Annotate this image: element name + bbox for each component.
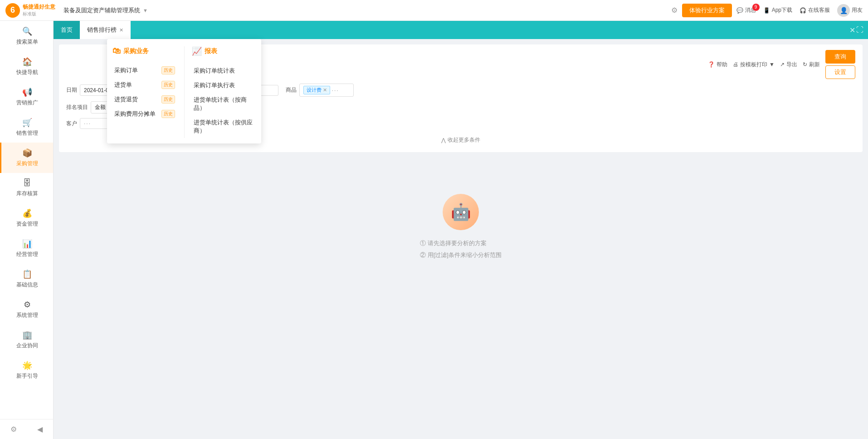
marketing-icon: 📢: [22, 87, 32, 97]
user-label: 用友: [852, 6, 863, 14]
sidebar-item-procurement[interactable]: 📦 采购管理: [0, 143, 53, 173]
tab-bar: 首页 销售排行榜 ✕ ✕ ⛶: [54, 21, 868, 39]
content-area: 首页 销售排行榜 ✕ ✕ ⛶ ❓ 帮助: [54, 21, 868, 439]
goods-more-icon[interactable]: ···: [332, 87, 339, 94]
sidebar-item-quick[interactable]: 🏠 快捷导航: [0, 51, 53, 82]
help-label: 帮助: [717, 61, 727, 69]
online-service-item[interactable]: 🎧 在线客服: [800, 6, 830, 14]
purchase-expense-history-tag: 历史: [161, 110, 175, 118]
purchase-order-label: 采购订单: [114, 66, 161, 74]
menu-item-purchase-order-stat[interactable]: 采购订单统计表: [192, 64, 256, 78]
hint2-text: 用[过滤]条件来缩小分析范围: [428, 252, 502, 258]
goods-tag: 设计费 ✕: [303, 86, 330, 94]
bottom-settings-icon[interactable]: ⚙: [10, 425, 17, 434]
sidebar-item-marketing[interactable]: 📢 营销推广: [0, 82, 53, 112]
sidebar-label-enterprise: 企业协同: [16, 342, 38, 350]
empty-hint2: ② 用[过滤]条件来缩小分析范围: [420, 249, 502, 261]
empty-hint1: ① 请先选择要分析的方案: [420, 237, 502, 249]
basic-icon: 📋: [22, 269, 32, 279]
headset-icon: 🎧: [800, 7, 806, 14]
goods-value[interactable]: 设计费 ✕ ···: [299, 84, 354, 97]
sidebar-item-basic[interactable]: 📋 基础信息: [0, 264, 53, 294]
sidebar-item-operations[interactable]: 📊 经营管理: [0, 233, 53, 264]
purchase-col-title: 🛍 采购业务: [112, 46, 177, 59]
capital-icon: 💰: [22, 208, 32, 218]
rank-label: 排名项目: [66, 104, 88, 111]
purchase-order-stat-label: 采购订单统计表: [194, 67, 254, 75]
sidebar-item-inventory[interactable]: 🗄 库存核算: [0, 173, 53, 203]
bottom-collapse-icon[interactable]: ◀: [37, 425, 43, 434]
procurement-dropdown-menu: 🛍 采购业务 采购订单 历史 进货单 历史 进货退货 历史 采购费用分摊单: [107, 39, 261, 143]
sidebar-item-search[interactable]: 🔍 搜索菜单: [0, 21, 53, 51]
industry-button[interactable]: 体验行业方案: [682, 4, 732, 17]
operations-icon: 📊: [22, 239, 32, 249]
purchase-receive-label: 进货单: [114, 81, 161, 89]
sidebar-item-system[interactable]: ⚙ 系统管理: [0, 294, 53, 325]
sidebar-label-inventory: 库存核算: [16, 190, 38, 197]
sidebar-item-enterprise[interactable]: 🏢 企业协同: [0, 325, 53, 355]
purchase-col: 🛍 采购业务 采购订单 历史 进货单 历史 进货退货 历史 采购费用分摊单: [107, 46, 182, 138]
menu-item-receive-stat-goods[interactable]: 进货单统计表（按商品）: [192, 93, 256, 115]
print-label: 按模板打印: [740, 61, 767, 69]
query-button[interactable]: 查询: [825, 50, 855, 64]
message-icon: 💬: [736, 7, 743, 14]
export-button[interactable]: ↗ 导出: [780, 61, 797, 69]
tab-close-icon[interactable]: ✕: [119, 27, 123, 33]
brand-name: 畅捷通好生意: [23, 4, 55, 11]
menu-item-purchase-return[interactable]: 进货退货 历史: [112, 92, 177, 107]
purchase-title-text: 采购业务: [123, 47, 149, 55]
avatar: 👤: [837, 4, 850, 17]
print-button[interactable]: 🖨 按模板打印 ▼: [733, 61, 775, 69]
procurement-icon: 📦: [22, 148, 32, 158]
menu-item-purchase-expense[interactable]: 采购费用分摊单 历史: [112, 107, 177, 121]
date-filter-label: 日期: [66, 86, 77, 94]
dropdown-arrow-icon[interactable]: ▼: [143, 8, 148, 13]
menu-item-purchase-order[interactable]: 采购订单 历史: [112, 63, 177, 78]
sidebar-item-sales[interactable]: 🛒 销售管理: [0, 112, 53, 143]
help-icon: ❓: [708, 61, 715, 68]
goods-filter: 商品 设计费 ✕ ···: [286, 84, 354, 97]
report-title-text: 报表: [205, 47, 217, 55]
set-button[interactable]: 设置: [825, 65, 855, 79]
purchase-expense-label: 采购费用分摊单: [114, 110, 161, 118]
collapse-icon: ⋀: [441, 137, 446, 143]
app-download-label: App下载: [772, 6, 792, 14]
menu-item-purchase-order-exec[interactable]: 采购订单执行表: [192, 78, 256, 93]
purchase-receive-history-tag: 历史: [161, 81, 175, 89]
empty-icon: 🤖: [443, 194, 479, 230]
system-title: 装备及固定资产辅助管理系统 ▼: [63, 6, 667, 15]
enterprise-icon: 🏢: [22, 330, 32, 340]
sidebar-label-quick: 快捷导航: [16, 69, 38, 76]
main-layout: 🔍 搜索菜单 🏠 快捷导航 📢 营销推广 🛒 销售管理 📦 采购管理 🗄 库存核…: [0, 21, 868, 439]
messages-item[interactable]: 💬 消息 9: [736, 6, 756, 14]
sidebar: 🔍 搜索菜单 🏠 快捷导航 📢 营销推广 🛒 销售管理 📦 采购管理 🗄 库存核…: [0, 21, 54, 439]
inventory-icon: 🗄: [23, 178, 31, 188]
tab-home[interactable]: 首页: [54, 21, 80, 39]
sidebar-label-capital: 资金管理: [16, 220, 38, 228]
sidebar-item-capital[interactable]: 💰 资金管理: [0, 203, 53, 233]
tab-maximize-icon[interactable]: ⛶: [856, 26, 863, 34]
dropdown-divider: [184, 46, 185, 138]
purchase-return-history-tag: 历史: [161, 95, 175, 104]
app-download-item[interactable]: 📱 App下载: [763, 6, 792, 14]
purchase-return-label: 进货退货: [114, 95, 161, 104]
settings-icon[interactable]: ⚙: [671, 6, 678, 15]
sidebar-label-marketing: 营销推广: [16, 99, 38, 107]
refresh-icon: ↻: [803, 61, 807, 68]
export-label: 导出: [786, 61, 797, 69]
tab-close-all-icon[interactable]: ✕: [849, 26, 855, 35]
goods-tag-remove-icon[interactable]: ✕: [323, 87, 327, 93]
mobile-icon: 📱: [763, 7, 770, 14]
user-item[interactable]: 👤 用友: [837, 4, 863, 17]
topbar: 6 畅捷通好生意 标准版 装备及固定资产辅助管理系统 ▼ ⚙ 体验行业方案 💬 …: [0, 0, 868, 21]
help-button[interactable]: ❓ 帮助: [708, 61, 727, 69]
purchase-order-history-tag: 历史: [161, 66, 175, 74]
collapse-label: 收起更多条件: [448, 136, 480, 144]
tab-sales-rank[interactable]: 销售排行榜 ✕: [80, 21, 131, 39]
refresh-button[interactable]: ↻ 刷新: [803, 61, 820, 69]
menu-item-receive-stat-supplier[interactable]: 进货单统计表（按供应商）: [192, 115, 256, 138]
topbar-right: 💬 消息 9 📱 App下载 🎧 在线客服 👤 用友: [736, 4, 863, 17]
empty-text: ① 请先选择要分析的方案 ② 用[过滤]条件来缩小分析范围: [420, 237, 502, 261]
sidebar-item-guide[interactable]: 🌟 新手引导: [0, 355, 53, 385]
menu-item-purchase-receive[interactable]: 进货单 历史: [112, 78, 177, 92]
